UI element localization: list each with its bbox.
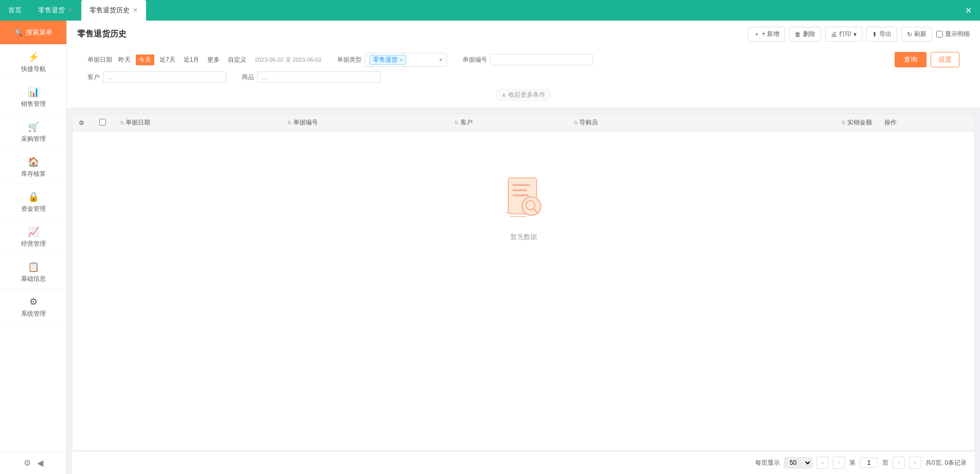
delete-button[interactable]: 🗑 删除 — [789, 27, 821, 42]
sidebar-search-label: 搜索菜单 — [26, 28, 52, 37]
doc-type-filter-group: 单据类型 零售退货 × ▾ — [337, 53, 447, 67]
collapse-bar: ∧ 收起更多条件 — [87, 87, 959, 105]
tab-retail-return[interactable]: 零售退货 ✕ — [30, 0, 81, 21]
settings-button[interactable]: 设置 — [931, 52, 959, 67]
sidebar-item-sales-mgmt[interactable]: 📊 销售管理 — [0, 79, 66, 114]
sidebar-item-finance[interactable]: 🔒 资金管理 — [0, 184, 66, 219]
doc-type-dropdown-icon: ▾ — [439, 57, 442, 63]
sidebar-item-quick-nav[interactable]: ⚡ 快捷导航 — [0, 44, 66, 79]
settings-col-icon: ⚙ — [79, 119, 84, 126]
goods-label: 商品 — [242, 73, 254, 82]
settings-bottom-icon[interactable]: ⚙ — [24, 458, 31, 468]
customer-label: 客户 — [87, 73, 100, 82]
prev-page-button[interactable]: ‹ — [833, 457, 845, 469]
finance-icon: 🔒 — [28, 191, 39, 203]
new-icon: ＋ — [754, 30, 760, 39]
next-page-button[interactable]: › — [893, 457, 905, 469]
page-unit: 页 — [882, 459, 888, 467]
th-action: 操作 — [878, 114, 974, 132]
operations-icon: 📈 — [28, 226, 39, 238]
empty-state: 暂无数据 — [73, 132, 974, 283]
last-page-button[interactable]: » — [909, 457, 921, 469]
date-btn-last1month[interactable]: 近1月 — [181, 54, 203, 65]
sidebar-bottom: ⚙ ◀ — [0, 451, 66, 474]
page-title: 零售退货历史 — [77, 29, 127, 40]
goods-placeholder: ... — [262, 74, 267, 81]
inventory-icon: 🏠 — [28, 156, 39, 168]
tab-retail-return-history[interactable]: 零售退货历史 ✕ — [81, 0, 146, 21]
sidebar-item-operations[interactable]: 📈 经营管理 — [0, 219, 66, 254]
main-content: 零售退货历史 ＋ + 新增 🗑 删除 🖨 打印 ▾ — [67, 21, 980, 474]
date-range: 2023-06-02 至 2023-06-02 — [255, 56, 322, 64]
pagination-bar: 每页显示 50 10 20 100 « ‹ 第 页 › » 共0页, 0条记录 — [72, 451, 975, 474]
collapse-sidebar-icon[interactable]: ◀ — [37, 458, 43, 468]
doc-type-select[interactable]: 零售退货 × ▾ — [365, 53, 447, 67]
svg-rect-2 — [512, 189, 527, 191]
empty-state-row: 暂无数据 — [73, 132, 974, 283]
svg-rect-3 — [512, 194, 529, 196]
sort-icon-customer: ⇅ — [454, 120, 458, 125]
page-label: 第 — [849, 459, 856, 467]
date-btn-more[interactable]: 更多 — [204, 54, 223, 65]
date-btn-custom[interactable]: 自定义 — [225, 54, 250, 65]
page-size-select[interactable]: 50 10 20 100 — [784, 457, 812, 468]
goods-select[interactable]: ... — [257, 71, 381, 83]
th-doc-date[interactable]: ⇅ 单据日期 — [114, 114, 281, 132]
first-page-button[interactable]: « — [816, 457, 829, 469]
date-btn-yesterday[interactable]: 昨天 — [115, 54, 134, 65]
date-filter-btns: 昨天 今天 近7天 近1月 更多 自定义 — [115, 54, 250, 65]
tab-home[interactable]: 首页 — [0, 0, 30, 21]
date-btn-last7days[interactable]: 近7天 — [156, 54, 179, 65]
doc-type-tag: 零售退货 × — [369, 55, 406, 65]
th-doc-no[interactable]: ⇅ 单据编号 — [281, 114, 448, 132]
th-settings[interactable]: ⚙ — [73, 114, 93, 132]
refresh-button[interactable]: ↻ 刷新 — [901, 27, 932, 42]
print-label: 打印 — [839, 30, 851, 39]
date-filter-group: 单据日期 昨天 今天 近7天 近1月 更多 自定义 2023-06-02 至 2… — [87, 54, 322, 65]
quick-nav-icon: ⚡ — [28, 51, 39, 63]
tab-retail-return-close[interactable]: ✕ — [68, 7, 73, 14]
table-body: 暂无数据 — [73, 132, 974, 283]
collapse-button[interactable]: ∧ 收起更多条件 — [496, 89, 551, 101]
doc-type-tag-close[interactable]: × — [400, 57, 403, 63]
date-btn-today[interactable]: 今天 — [136, 54, 154, 65]
new-button[interactable]: ＋ + 新增 — [748, 27, 785, 42]
customer-select[interactable]: ... — [103, 71, 226, 83]
top-bar: 首页 零售退货 ✕ 零售退货历史 ✕ ✕ — [0, 0, 980, 21]
system-icon: ⚙ — [29, 296, 38, 307]
sidebar-item-inventory[interactable]: 🏠 库存核算 — [0, 149, 66, 184]
sort-icon-amount: ⇅ — [841, 120, 845, 125]
sidebar-item-system-mgmt[interactable]: ⚙ 系统管理 — [0, 289, 66, 324]
goods-filter-group: 商品 ... — [242, 71, 381, 83]
collapse-up-icon: ∧ — [502, 92, 506, 99]
purchase-icon: 🛒 — [28, 121, 39, 133]
sidebar-item-purchase-mgmt[interactable]: 🛒 采购管理 — [0, 114, 66, 149]
th-doc-date-label: 单据日期 — [126, 119, 150, 126]
show-detail-checkbox[interactable]: 显示明细 — [936, 30, 970, 39]
show-detail-input[interactable] — [936, 31, 943, 38]
th-guide[interactable]: ⇅ 导购员 — [567, 114, 710, 132]
query-button[interactable]: 查询 — [895, 52, 926, 67]
sidebar-item-finance-label: 资金管理 — [21, 205, 46, 213]
page-input[interactable] — [860, 458, 878, 468]
data-table: ⚙ ⇅ 单据日期 ⇅ 单据编号 — [73, 114, 974, 283]
sidebar-item-basic-info[interactable]: 📋 基础信息 — [0, 254, 66, 289]
tab-retail-return-history-close[interactable]: ✕ — [133, 7, 138, 14]
sidebar-item-operations-label: 经营管理 — [21, 240, 46, 248]
export-button[interactable]: ⬆ 导出 — [866, 27, 897, 42]
print-button[interactable]: 🖨 打印 ▾ — [825, 27, 862, 42]
collapse-label: 收起更多条件 — [508, 90, 545, 99]
doc-no-input[interactable] — [490, 54, 593, 65]
th-amount[interactable]: ⇅ 实销金额 — [710, 114, 878, 132]
sidebar-item-purchase-label: 采购管理 — [21, 135, 46, 143]
page-size-label: 每页显示 — [755, 459, 780, 467]
th-checkbox[interactable] — [93, 114, 114, 132]
page-header-top: 零售退货历史 ＋ + 新增 🗑 删除 🖨 打印 ▾ — [77, 27, 970, 47]
window-close-button[interactable]: ✕ — [965, 6, 980, 15]
th-customer[interactable]: ⇅ 客户 — [448, 114, 567, 132]
sidebar-search[interactable]: 🔍 搜索菜单 — [0, 21, 66, 44]
delete-label: 删除 — [803, 30, 815, 39]
tab-retail-return-label: 零售退货 — [38, 6, 65, 15]
app-layout: 🔍 搜索菜单 ⚡ 快捷导航 📊 销售管理 🛒 采购管理 🏠 库存核算 🔒 资金管… — [0, 21, 980, 474]
select-all-checkbox[interactable] — [99, 119, 106, 125]
